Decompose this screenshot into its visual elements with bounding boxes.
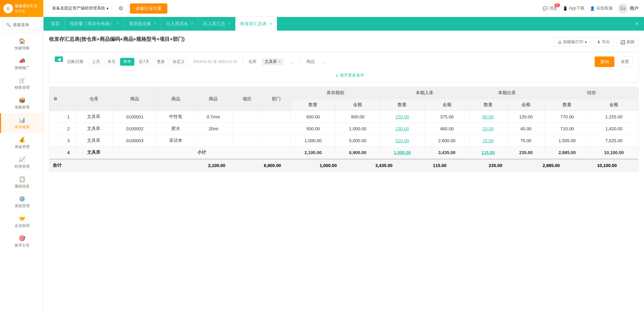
sidebar-item-system[interactable]: ⚙️ 系统管理 xyxy=(0,192,43,212)
th-goods-spec: 商品 xyxy=(195,87,232,111)
warehouse-tag: 文具库 × xyxy=(262,58,283,65)
sidebar-item-label-operations: 经营管理 xyxy=(15,164,30,169)
tab-bar: 首页现存量（库存分布表）×库存批次账×出入库流水×出入库汇总×收发存汇总表×× xyxy=(44,17,644,31)
td-goods-name-1: 胶水 xyxy=(157,123,195,135)
date-option-本年[interactable]: 本年 xyxy=(120,58,134,66)
th-settings: ⚙ xyxy=(49,87,62,111)
settings-icon[interactable]: ⚙ xyxy=(53,96,57,101)
tab-close-1[interactable]: × xyxy=(117,21,119,26)
sidebar-item-guide[interactable]: 🎯 新手引导 xyxy=(0,232,43,251)
date-filter-label: 记账日期 xyxy=(67,59,83,65)
td-in-qty-link-2[interactable]: 520.00 xyxy=(380,135,425,147)
td-opening-amt-0: 900.00 xyxy=(335,111,380,123)
td-subtotal-out-amt: 235.00 xyxy=(507,147,545,159)
logo-text-block: 畅捷通好生意 标准版 xyxy=(15,3,37,13)
td-in-qty-link-1[interactable]: 230.00 xyxy=(380,123,425,135)
settings-gear-button[interactable]: ⚙ xyxy=(116,3,126,14)
sidebar-item-label-basic: 基础信息 xyxy=(15,184,30,189)
td-subtotal-opening-amt: 6,900.00 xyxy=(335,147,380,159)
collapse-button[interactable]: ◀ xyxy=(55,56,63,62)
sidebar-item-sales[interactable]: 🛒 销售管理 xyxy=(0,74,43,94)
th-out-amt: 金额 xyxy=(507,99,545,111)
system-dropdown[interactable]: 装备及固定资产辅助管理系统 ▾ xyxy=(49,4,112,13)
export-button[interactable]: ⬇ 导出 xyxy=(593,37,614,47)
search-menu-button[interactable]: 🔍 搜索菜单 xyxy=(3,20,40,30)
goods-dots[interactable]: ... xyxy=(320,59,327,64)
tab-close-3[interactable]: × xyxy=(191,21,193,26)
th-in-amt: 金额 xyxy=(425,99,469,111)
tab-close-2[interactable]: × xyxy=(154,21,156,26)
sidebar-item-label-finance: 资金管理 xyxy=(15,144,30,149)
tab-2[interactable]: 库存批次账× xyxy=(124,17,161,31)
template-label: 按模板打印 xyxy=(563,39,583,45)
td-project-2 xyxy=(232,135,262,147)
expand-section: ∨ 展开更多条件 xyxy=(67,70,633,78)
tab-close-5[interactable]: × xyxy=(269,21,272,26)
td-balance-amt-1: 1,420.00 xyxy=(589,123,638,135)
sidebar-item-purchase[interactable]: 📦 采购管理 xyxy=(0,94,43,113)
sidebar-item-basic[interactable]: 📋 基础信息 xyxy=(0,172,43,192)
refresh-button[interactable]: 🔄 刷新 xyxy=(616,37,639,47)
tab-5[interactable]: 收发存汇总表× xyxy=(235,17,277,31)
td-goods-code-0: 0100001 xyxy=(113,111,157,123)
td-warehouse-2: 文具库 xyxy=(75,135,113,147)
main-content: 装备及固定资产辅助管理系统 ▾ ⚙ 体验行业方案 💬 消息 6 📱 App下载 … xyxy=(44,0,644,314)
td-department-1 xyxy=(262,123,291,135)
template-print-button[interactable]: 🖨 按模板打印 ▾ xyxy=(554,37,591,47)
filter-separator-2 xyxy=(301,59,301,65)
warehouse-dots[interactable]: ... xyxy=(289,59,295,64)
tab-bar-close-button[interactable]: × xyxy=(633,21,641,27)
messages-badge: 6 xyxy=(555,3,560,7)
td-opening-amt-1: 1,000.00 xyxy=(335,123,380,135)
sidebar-item-label-guide: 新手引导 xyxy=(15,243,30,248)
td-opening-qty-1: 500.00 xyxy=(291,123,335,135)
th-num xyxy=(62,87,75,111)
sidebar-item-label-system: 系统管理 xyxy=(15,203,30,209)
query-button[interactable]: 查询 xyxy=(595,56,614,67)
td-out-qty-link-2[interactable]: 15.00 xyxy=(469,135,507,147)
sidebar-item-quick[interactable]: 🏠 快捷导航 xyxy=(0,34,43,54)
tab-close-4[interactable]: × xyxy=(228,21,230,26)
date-option-上月[interactable]: 上月 xyxy=(89,58,103,66)
avatar: Ea xyxy=(618,4,628,13)
warehouse-filter-label: 仓库 xyxy=(248,59,257,65)
td-subtotal-out-qty[interactable]: 115.00 xyxy=(469,147,507,159)
basic-icon: 📋 xyxy=(19,176,26,182)
sidebar-item-marketing[interactable]: 📣 营销推广 xyxy=(0,54,43,74)
td-out-qty-link-1[interactable]: 20.00 xyxy=(469,123,507,135)
th-goods-code: 商品 xyxy=(113,87,157,111)
tab-label-1: 现存量（库存分布表） xyxy=(70,21,114,27)
date-option-本月[interactable]: 本月 xyxy=(104,58,119,66)
trial-button[interactable]: 体验行业方案 xyxy=(130,3,167,14)
dropdown-arrow-icon: ▾ xyxy=(106,6,109,11)
tab-1[interactable]: 现存量（库存分布表）× xyxy=(65,17,124,31)
date-option-自定义[interactable]: 自定义 xyxy=(169,58,188,66)
tab-4[interactable]: 出入库汇总× xyxy=(198,17,235,31)
td-in-qty-link-0[interactable]: 250.00 xyxy=(380,111,425,123)
filter-setting-button[interactable]: 设置 xyxy=(617,56,633,67)
sales-icon: 🛒 xyxy=(19,77,26,84)
sidebar-search-section: 🔍 搜索菜单 xyxy=(0,17,43,33)
messages-action[interactable]: 💬 消息 6 xyxy=(543,5,557,11)
th-department: 部门 xyxy=(262,87,291,111)
date-option-更多[interactable]: 更多 xyxy=(154,58,168,66)
expand-conditions-button[interactable]: ∨ 展开更多条件 xyxy=(335,72,364,78)
online-service-action[interactable]: 👤 在线客服 xyxy=(590,5,613,11)
td-balance-amt-0: 1,155.00 xyxy=(589,111,638,123)
logo-text: 畅捷通好生意 xyxy=(15,3,37,9)
sidebar-item-inventory[interactable]: 📊 库存核算 xyxy=(0,113,43,133)
sidebar-item-operations[interactable]: 📈 经营管理 xyxy=(0,153,43,172)
app-download-action[interactable]: 📱 App下载 xyxy=(563,5,584,11)
warehouse-tag-close[interactable]: × xyxy=(278,60,281,64)
tab-0[interactable]: 首页 xyxy=(46,17,65,31)
filter-bar: ◀ 记账日期 上月本月本年近7天更多自定义 2023-01-01 至 2023-… xyxy=(49,52,639,83)
sidebar-item-enterprise[interactable]: 🤝 企业协同 xyxy=(0,212,43,232)
sidebar-logo: 6 畅捷通好生意 标准版 xyxy=(0,0,43,17)
td-out-qty-link-0[interactable]: 80.00 xyxy=(469,111,507,123)
user-menu[interactable]: Ea 用户 xyxy=(618,4,639,13)
date-option-近7天[interactable]: 近7天 xyxy=(136,58,152,66)
tab-3[interactable]: 出入库流水× xyxy=(161,17,198,31)
sidebar-item-finance[interactable]: 💰 资金管理 xyxy=(0,133,43,153)
sidebar-item-label-marketing: 营销推广 xyxy=(15,65,30,70)
td-subtotal-in-qty[interactable]: 1,000.00 xyxy=(380,147,425,159)
